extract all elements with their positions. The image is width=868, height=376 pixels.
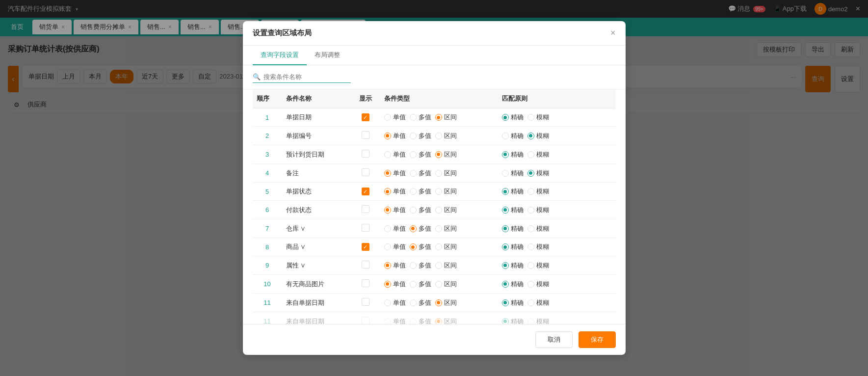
type-label: 多值 [419, 317, 431, 324]
type-label-single: 单值 [393, 132, 406, 140]
type-radio-single[interactable]: 单值 [384, 169, 406, 178]
match-radio-exact[interactable]: 精确 [502, 242, 524, 251]
type-radio-multi[interactable]: 多值 [410, 206, 431, 215]
save-button[interactable]: 保存 [579, 331, 616, 348]
type-label-multi: 多值 [419, 242, 431, 251]
display-checkbox[interactable] [362, 131, 369, 139]
type-radio-single[interactable]: 单值 [384, 113, 406, 122]
match-radio-exact[interactable]: 精确 [502, 317, 524, 324]
type-radio-multi[interactable]: 多值 [410, 298, 431, 307]
type-radio-range[interactable]: 区间 [435, 113, 457, 122]
type-label-single: 单值 [393, 169, 406, 178]
search-input[interactable] [263, 73, 342, 81]
type-radio-range[interactable]: 区间 [435, 261, 457, 270]
type-radio-multi[interactable]: 多值 [410, 150, 431, 159]
type-radio-multi[interactable]: 多值 [410, 132, 431, 140]
type-radio-range[interactable]: 区间 [435, 280, 457, 289]
modal-tab-query-fields[interactable]: 查询字段设置 [253, 46, 307, 65]
cancel-button[interactable]: 取消 [535, 331, 573, 348]
row-type-cell: 单值多值区间 [380, 256, 498, 275]
type-radio-range[interactable]: 区间 [435, 169, 457, 178]
type-radio-multi[interactable]: 多值 [410, 261, 431, 270]
match-radio-fuzzy[interactable]: 模糊 [527, 113, 549, 122]
type-radio-single[interactable]: 单值 [384, 187, 406, 196]
type-radio-single[interactable]: 单值 [384, 298, 406, 307]
type-radio-single[interactable]: 单值 [384, 242, 406, 251]
match-radio-exact[interactable]: 精确 [502, 298, 524, 307]
match-radio-fuzzy[interactable]: 模糊 [527, 132, 549, 140]
display-checkbox[interactable] [362, 113, 369, 121]
type-label-multi: 多值 [419, 132, 431, 140]
type-radio-range[interactable]: 区间 [435, 150, 457, 159]
table-row: 5单据状态单值多值区间精确模糊 [253, 183, 616, 201]
match-radio-fuzzy[interactable]: 模糊 [527, 206, 549, 215]
row-condition-name: 来自单据日期 [282, 312, 351, 324]
match-radio-fuzzy[interactable]: 模糊 [527, 169, 549, 178]
match-radio-fuzzy[interactable]: 模糊 [527, 224, 549, 233]
type-radio-range[interactable]: 区间 [435, 206, 457, 215]
row-order: 11 [253, 312, 282, 324]
type-radio-range[interactable]: 区间 [435, 298, 457, 307]
type-label-range: 区间 [444, 242, 457, 251]
type-radio-multi[interactable]: 多值 [410, 280, 431, 289]
display-checkbox[interactable] [362, 298, 369, 306]
row-type-cell: 单值多值区间 [380, 108, 498, 127]
match-radio-fuzzy[interactable]: 模糊 [527, 242, 549, 251]
match-radio-exact[interactable]: 精确 [502, 224, 524, 233]
match-radio-exact[interactable]: 精确 [502, 150, 524, 159]
display-checkbox[interactable] [362, 243, 369, 251]
type-radio-multi[interactable]: 多值 [410, 113, 431, 122]
match-radio-exact[interactable]: 精确 [502, 187, 524, 196]
type-radio-range[interactable]: 区间 [435, 317, 457, 324]
type-label-multi: 多值 [419, 280, 431, 289]
type-radio-multi[interactable]: 多值 [410, 187, 431, 196]
match-radio-exact[interactable]: 精确 [502, 113, 524, 122]
match-radio-fuzzy[interactable]: 模糊 [527, 280, 549, 289]
match-radio-exact[interactable]: 精确 [502, 132, 524, 140]
match-radio-exact[interactable]: 精确 [502, 169, 524, 178]
display-checkbox[interactable] [362, 205, 369, 213]
type-radio-single[interactable]: 单值 [384, 132, 406, 140]
display-checkbox[interactable] [362, 317, 369, 324]
type-radio-multi[interactable]: 多值 [410, 224, 431, 233]
match-label-exact: 精确 [511, 206, 524, 215]
row-display-cell [351, 127, 380, 145]
type-radio-single[interactable]: 单值 [384, 317, 406, 324]
table-row: 9属性 ∨单值多值区间精确模糊 [253, 256, 616, 275]
match-radio-fuzzy[interactable]: 模糊 [527, 150, 549, 159]
type-radio-single[interactable]: 单值 [384, 150, 406, 159]
display-checkbox[interactable] [362, 279, 369, 287]
type-radio-range[interactable]: 区间 [435, 242, 457, 251]
row-display-cell [351, 183, 380, 201]
match-radio-exact[interactable]: 精确 [502, 280, 524, 289]
type-label-single: 单值 [393, 187, 406, 196]
display-checkbox[interactable] [362, 150, 369, 158]
type-label-multi: 多值 [419, 298, 431, 307]
type-radio-single[interactable]: 单值 [384, 206, 406, 215]
type-radio-range[interactable]: 区间 [435, 187, 457, 196]
type-radio-multi[interactable]: 多值 [410, 317, 431, 324]
type-radio-single[interactable]: 单值 [384, 224, 406, 233]
modal-close-button[interactable]: × [610, 28, 616, 38]
display-checkbox[interactable] [362, 168, 369, 176]
type-radio-single[interactable]: 单值 [384, 261, 406, 270]
display-checkbox[interactable] [362, 188, 369, 195]
match-radio-exact[interactable]: 精确 [502, 206, 524, 215]
match-label-fuzzy: 模糊 [536, 169, 549, 178]
type-radio-multi[interactable]: 多值 [410, 169, 431, 178]
match-radio-fuzzy[interactable]: 模糊 [527, 298, 549, 307]
type-label-range: 区间 [444, 298, 457, 307]
match-radio-fuzzy[interactable]: 模糊 [527, 187, 549, 196]
display-checkbox[interactable] [362, 261, 369, 269]
type-radio-range[interactable]: 区间 [435, 132, 457, 140]
row-match-cell: 精确模糊 [498, 183, 616, 201]
type-radio-group: 单值多值区间 [384, 113, 494, 122]
match-radio-fuzzy[interactable]: 模糊 [527, 261, 549, 270]
modal-tab-layout[interactable]: 布局调整 [307, 46, 348, 65]
type-radio-range[interactable]: 区间 [435, 224, 457, 233]
type-radio-single[interactable]: 单值 [384, 280, 406, 289]
type-radio-multi[interactable]: 多值 [410, 242, 431, 251]
match-radio-exact[interactable]: 精确 [502, 261, 524, 270]
match-radio-fuzzy[interactable]: 模糊 [527, 317, 549, 324]
display-checkbox[interactable] [362, 224, 369, 232]
